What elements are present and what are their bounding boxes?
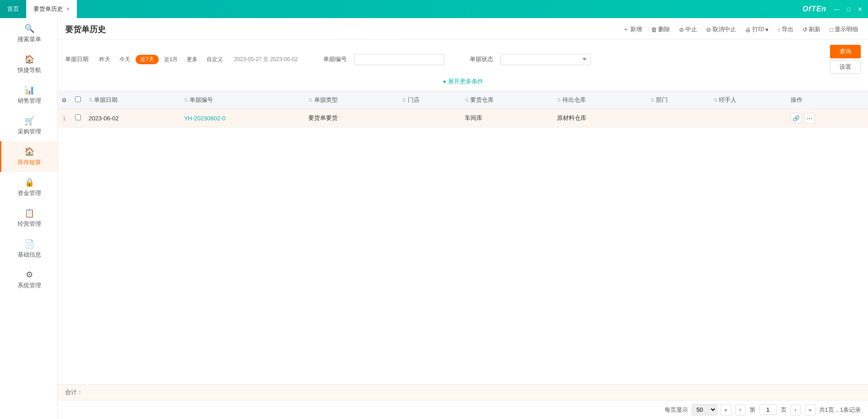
- export-label: 导出: [782, 25, 793, 33]
- print-btn[interactable]: 🖨 打印 ▾: [742, 24, 771, 35]
- sidebar-item-quicknav[interactable]: 🏠 快捷导航: [0, 49, 57, 80]
- doc-status-select[interactable]: [500, 54, 591, 65]
- filter-row-1: 单据日期 昨天 今天 近7天 近1月 更多 自定义 2023-05-27 至 2…: [65, 45, 861, 74]
- last-page-btn[interactable]: »: [805, 405, 816, 415]
- shortcut-more[interactable]: 更多: [183, 55, 201, 64]
- toolbar: ＋ 新增 🗑 删除 ⊘ 中止 ⊘ 取消中止 🖨 打印: [620, 24, 861, 35]
- col-store[interactable]: 门店: [398, 91, 461, 109]
- delete-btn[interactable]: 🗑 删除: [648, 24, 673, 35]
- filter-settings-btn[interactable]: 设置: [830, 60, 861, 74]
- display-detail-btn[interactable]: □ 显示明细: [827, 24, 861, 35]
- sidebar-item-operations[interactable]: 📋 经营管理: [0, 203, 57, 233]
- col-department[interactable]: 部门: [647, 91, 709, 109]
- export-btn[interactable]: ↑ 导出: [775, 24, 797, 35]
- sidebar-item-inventory[interactable]: 🏠 库存核算: [0, 141, 57, 172]
- tab-home-label: 首页: [7, 5, 19, 13]
- refresh-btn[interactable]: ↺ 刷新: [800, 24, 823, 35]
- date-shortcuts: 昨天 今天 近7天 近1月 更多 自定义: [96, 55, 226, 64]
- row-view-btn[interactable]: 🔗: [791, 113, 802, 124]
- sidebar-item-system-label: 系统管理: [18, 281, 41, 290]
- cancel-stop-icon: ⊘: [706, 26, 711, 33]
- sidebar: 🔍 搜索菜单 🏠 快捷导航 📊 销售管理 🛒 采购管理 🏠 库存核算 🔒 资金管…: [0, 18, 58, 419]
- total-info: 共1页，1条记录: [819, 406, 861, 414]
- tab-home[interactable]: 首页: [0, 0, 26, 18]
- shortcut-custom[interactable]: 自定义: [203, 55, 226, 64]
- sidebar-item-sales-label: 销售管理: [18, 97, 41, 105]
- row-more-btn[interactable]: ⋯: [804, 113, 815, 124]
- shortcut-1month[interactable]: 近1月: [160, 55, 182, 64]
- sidebar-item-operations-label: 经营管理: [18, 220, 41, 228]
- window-minimize-btn[interactable]: —: [834, 6, 840, 13]
- row-department: [647, 109, 709, 128]
- filter-bar: 单据日期 昨天 今天 近7天 近1月 更多 自定义 2023-05-27 至 2…: [58, 39, 868, 91]
- next-page-icon: ›: [794, 406, 796, 413]
- col-ops: 操作: [787, 91, 868, 109]
- window-maximize-btn[interactable]: □: [847, 6, 850, 13]
- sidebar-item-system[interactable]: ⚙ 系统管理: [0, 264, 57, 295]
- inventory-icon: 🏠: [24, 147, 34, 157]
- table-header-row: ⚙ 单据日期 单据编号 单据类型 门店 要货仓库 待出仓库 部门 经手人 操作: [58, 91, 868, 109]
- table-footer: 合计：: [58, 384, 868, 400]
- cancel-stop-btn[interactable]: ⊘ 取消中止: [703, 24, 739, 35]
- stop-icon: ⊘: [679, 26, 684, 33]
- next-page-btn[interactable]: ›: [790, 405, 801, 415]
- current-page-input[interactable]: [759, 405, 777, 415]
- shortcut-7days[interactable]: 近7天: [136, 55, 159, 64]
- sidebar-item-basic-info-label: 基础信息: [18, 251, 41, 259]
- col-pending-warehouse[interactable]: 待出仓库: [553, 91, 647, 109]
- shortcut-yesterday[interactable]: 昨天: [96, 55, 114, 64]
- table-body: 1 2023-06-02 YH-20230602-0 要货单要货 车间库 原材料…: [58, 109, 868, 128]
- col-req-warehouse[interactable]: 要货仓库: [461, 91, 554, 109]
- new-label: 新增: [630, 25, 642, 33]
- row-handler: [710, 109, 787, 128]
- col-settings[interactable]: ⚙: [58, 91, 71, 109]
- system-icon: ⚙: [26, 270, 33, 280]
- first-page-btn[interactable]: «: [721, 405, 731, 415]
- per-page-select[interactable]: 50 10 20 100: [692, 404, 717, 415]
- home-icon: 🏠: [24, 54, 34, 64]
- tab-order-history[interactable]: 要货单历史 ×: [26, 0, 77, 18]
- page-suffix-label: 页: [781, 406, 787, 414]
- col-doc-no[interactable]: 单据编号: [180, 91, 305, 109]
- page-header: 要货单历史 ＋ 新增 🗑 删除 ⊘ 中止 ⊘ 取消中止: [58, 18, 868, 39]
- new-btn[interactable]: ＋ 新增: [620, 24, 645, 35]
- col-handler[interactable]: 经手人: [710, 91, 787, 109]
- row-req-warehouse: 车间库: [461, 109, 554, 128]
- operations-icon: 📋: [24, 208, 34, 218]
- doc-no-link[interactable]: YH-20230602-0: [184, 115, 226, 122]
- top-bar-right: OfTEn — □ ✕: [802, 5, 868, 13]
- expand-more-btn[interactable]: ▾ 展开更多条件: [443, 77, 483, 86]
- row-checkbox[interactable]: [75, 114, 81, 120]
- display-detail-checkbox: □: [830, 26, 833, 33]
- sidebar-item-search[interactable]: 🔍 搜索菜单: [0, 18, 57, 49]
- stop-btn[interactable]: ⊘ 中止: [676, 24, 700, 35]
- col-doc-type[interactable]: 单据类型: [305, 91, 398, 109]
- sidebar-item-sales[interactable]: 📊 销售管理: [0, 80, 57, 110]
- row-num: 1: [58, 109, 71, 128]
- sidebar-item-quicknav-label: 快捷导航: [18, 66, 41, 74]
- print-icon: 🖨: [745, 26, 751, 33]
- col-doc-date[interactable]: 单据日期: [85, 91, 180, 109]
- row-op-buttons: 🔗 ⋯: [791, 113, 864, 124]
- doc-no-input[interactable]: [354, 54, 444, 65]
- select-all-checkbox[interactable]: [75, 96, 81, 102]
- last-page-icon: »: [808, 406, 811, 413]
- sidebar-item-finance[interactable]: 🔒 资金管理: [0, 172, 57, 203]
- print-dropdown-icon: ▾: [765, 26, 769, 33]
- stop-label: 中止: [685, 25, 697, 33]
- sidebar-item-purchase-label: 采购管理: [18, 128, 41, 136]
- page-title: 要货单历史: [65, 24, 106, 35]
- close-tab-icon[interactable]: ×: [66, 6, 70, 12]
- window-close-btn[interactable]: ✕: [858, 6, 863, 13]
- col-checkbox[interactable]: [71, 91, 85, 109]
- row-checkbox-cell[interactable]: [71, 109, 85, 128]
- tab-order-history-label: 要货单历史: [33, 5, 63, 13]
- view-icon: 🔗: [793, 115, 800, 122]
- refresh-label: 刷新: [809, 25, 821, 33]
- row-doc-no[interactable]: YH-20230602-0: [180, 109, 305, 128]
- sidebar-item-purchase[interactable]: 🛒 采购管理: [0, 110, 57, 141]
- prev-page-btn[interactable]: ‹: [735, 405, 746, 415]
- sidebar-item-basic-info[interactable]: 📄 基础信息: [0, 233, 57, 264]
- query-btn[interactable]: 查询: [830, 45, 861, 58]
- shortcut-today[interactable]: 今天: [116, 55, 134, 64]
